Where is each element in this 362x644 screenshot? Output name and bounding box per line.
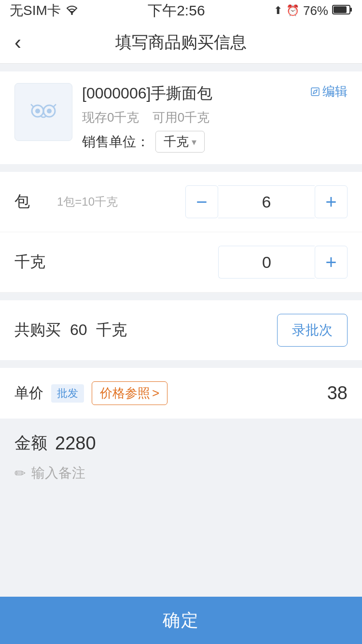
back-button[interactable]: ‹ [14, 31, 21, 54]
svg-point-7 [47, 109, 52, 113]
available-label: 可用0千克 [153, 110, 209, 125]
unit-prefix-label: 销售单位： [82, 133, 150, 151]
price-ref-arrow: > [152, 386, 159, 401]
product-image [14, 83, 72, 141]
svg-rect-3 [334, 6, 347, 13]
svg-point-6 [35, 109, 40, 113]
product-section: [0000006]手撕面包 编辑 现存0千克 可用0千克 销售单位： 千克 ▾ [0, 71, 362, 164]
package-minus-button[interactable]: − [185, 185, 218, 218]
product-header: [0000006]手撕面包 编辑 [82, 83, 348, 104]
amount-value: 2280 [55, 433, 96, 454]
price-section: 单价 批发 价格参照 > 38 [0, 368, 362, 419]
package-hint: 1包=10千克 [57, 194, 185, 210]
price-left: 单价 批发 价格参照 > [14, 381, 167, 405]
total-text: 共购买 60 千克 [14, 320, 127, 341]
plus-icon: + [325, 191, 336, 213]
price-value: 38 [327, 383, 348, 404]
product-info: [0000006]手撕面包 编辑 现存0千克 可用0千克 销售单位： 千克 ▾ [82, 83, 348, 153]
kilogram-input[interactable] [218, 246, 315, 279]
nav-bar: ‹ 填写商品购买信息 [0, 21, 362, 64]
total-amount: 60 [70, 321, 87, 338]
amount-section: 金额 2280 ✏ 输入备注 [0, 419, 362, 492]
confirm-button[interactable]: 确定 [0, 597, 362, 644]
batch-button[interactable]: 录批次 [277, 314, 348, 347]
spacer [0, 492, 362, 579]
edit-icon [310, 86, 320, 97]
status-right: ⬆ ⏰ 76% [274, 3, 352, 18]
total-section: 共购买 60 千克 录批次 [0, 300, 362, 360]
product-unit: 销售单位： 千克 ▾ [82, 131, 348, 153]
status-bar: 无SIM卡 下午2:56 ⬆ ⏰ 76% [0, 0, 362, 21]
package-label: 包 [14, 191, 53, 212]
kilogram-label: 千克 [14, 252, 53, 273]
battery-icon [332, 3, 352, 18]
edit-button[interactable]: 编辑 [310, 83, 348, 100]
confirm-label: 确定 [163, 609, 199, 632]
remark-placeholder: 输入备注 [31, 464, 85, 482]
stock-label: 现存0千克 [82, 110, 139, 125]
status-time: 下午2:56 [148, 1, 205, 21]
edit-label: 编辑 [322, 83, 348, 100]
unit-select[interactable]: 千克 ▾ [155, 131, 205, 153]
amount-label: 金额 [14, 432, 47, 454]
batch-label: 录批次 [292, 322, 333, 337]
amount-row: 金额 2280 [14, 432, 348, 454]
carrier-label: 无SIM卡 [10, 1, 61, 20]
back-icon: ‹ [14, 31, 21, 54]
svg-rect-8 [311, 88, 319, 96]
total-unit: 千克 [96, 321, 127, 338]
package-row: 包 1包=10千克 − + [0, 172, 362, 232]
kilogram-row: 千克 + [0, 232, 362, 293]
battery-label: 76% [303, 3, 328, 18]
kilogram-plus-button[interactable]: + [315, 246, 348, 279]
location-icon: ⬆ [274, 4, 282, 17]
page-title: 填写商品购买信息 [115, 31, 247, 54]
price-tag: 批发 [51, 384, 84, 403]
product-name: [0000006]手撕面包 [82, 83, 212, 104]
price-ref-label: 价格参照 [100, 385, 150, 402]
minus-icon: − [196, 191, 207, 213]
total-prefix: 共购买 [14, 321, 61, 338]
package-input[interactable] [218, 185, 315, 218]
kilogram-controls: + [218, 246, 348, 279]
status-left: 无SIM卡 [10, 1, 79, 20]
alarm-icon: ⏰ [286, 4, 299, 17]
price-ref-button[interactable]: 价格参照 > [92, 381, 167, 405]
kg-plus-icon: + [325, 252, 336, 273]
package-controls: − + [185, 185, 348, 218]
product-logo-icon [24, 98, 63, 126]
remark-row[interactable]: ✏ 输入备注 [14, 464, 348, 482]
remark-icon: ✏ [14, 465, 26, 481]
price-label: 单价 [14, 383, 43, 403]
unit-dropdown-icon: ▾ [192, 136, 196, 148]
package-plus-button[interactable]: + [315, 185, 348, 218]
unit-value: 千克 [164, 133, 189, 150]
product-stock: 现存0千克 可用0千克 [82, 109, 348, 126]
svg-point-0 [71, 13, 73, 15]
svg-rect-2 [350, 8, 352, 12]
wifi-icon [65, 3, 79, 18]
quantity-section: 包 1包=10千克 − + 千克 + [0, 172, 362, 293]
